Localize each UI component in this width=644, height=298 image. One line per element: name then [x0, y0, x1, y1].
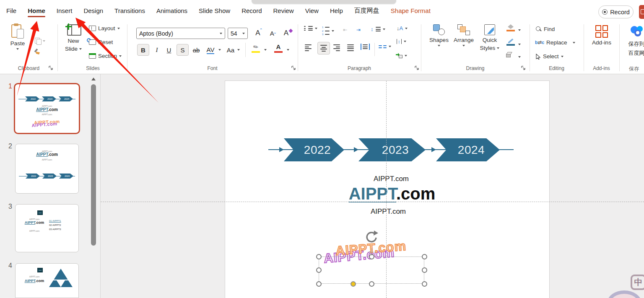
underline-button[interactable]: U — [164, 44, 174, 56]
align-text-button[interactable]: ↕ — [397, 39, 406, 44]
convert-smartart-button[interactable] — [396, 53, 407, 58]
tab-slide-show[interactable]: Slide Show — [199, 7, 230, 14]
tab-record[interactable]: Record — [242, 7, 262, 14]
add-ins-button[interactable]: Add-ins — [589, 25, 615, 46]
cut-button[interactable]: ✂ — [34, 26, 40, 34]
justify-button[interactable] — [347, 44, 354, 51]
tab-file[interactable]: File — [6, 7, 16, 14]
chevron-down-icon[interactable] — [218, 49, 221, 51]
paste-button[interactable]: Paste — [7, 23, 29, 50]
line-spacing-button[interactable]: ↕ — [371, 26, 385, 32]
slide-2-number: 2 — [8, 143, 12, 150]
paragraph-dialog-launcher[interactable] — [414, 65, 420, 71]
align-left-button[interactable] — [305, 44, 312, 51]
strikethrough-button[interactable]: ab — [190, 44, 202, 56]
tab-review[interactable]: Review — [273, 7, 294, 14]
quick-styles-button[interactable]: Quick Styles — [478, 24, 501, 51]
rotate-handle[interactable] — [364, 230, 379, 246]
distribute-button[interactable] — [361, 44, 370, 50]
select-button[interactable]: Select — [536, 53, 564, 60]
change-case-button[interactable]: Aa — [225, 44, 236, 56]
italic-button[interactable]: I — [151, 44, 162, 56]
drawing-dialog-launcher[interactable] — [521, 65, 527, 71]
chevron-down-icon[interactable] — [237, 49, 240, 51]
tab-shape-format[interactable]: Shape Format — [391, 7, 431, 14]
selection-handle-ne[interactable] — [422, 254, 427, 259]
selection-handle-nw[interactable] — [316, 254, 322, 259]
floating-badge[interactable]: 中 — [631, 275, 644, 290]
horizontal-guide[interactable] — [101, 202, 644, 202]
numbering-button[interactable]: 1 2 3 — [322, 26, 334, 36]
copy-button[interactable] — [35, 38, 45, 44]
tab-baidu-netdisk[interactable]: 百度网盘 — [354, 7, 379, 15]
align-center-button[interactable] — [317, 42, 330, 54]
tab-transitions[interactable]: Transitions — [114, 7, 145, 14]
decrease-font-size-button[interactable]: A — [267, 27, 279, 39]
group-separator — [421, 24, 421, 71]
arrange-button[interactable]: Arrange — [452, 24, 475, 47]
character-spacing-button[interactable]: AV — [204, 44, 217, 56]
text-shadow-button[interactable]: S — [177, 44, 189, 56]
adjustment-handle[interactable] — [351, 281, 356, 287]
font-color-letter: A — [276, 43, 281, 50]
slide-thumbnail-3[interactable]: AIPPT.com AIPPT.com AIPPT.com 01 AIPPT1 … — [15, 204, 79, 252]
record-button[interactable]: Record — [598, 5, 634, 18]
slide-caption-top[interactable]: AIPPT.com — [341, 175, 441, 183]
baidu-save-button[interactable]: 保存到 百度网 — [625, 24, 644, 57]
chevron-down-icon[interactable] — [518, 44, 521, 45]
tab-design[interactable]: Design — [83, 7, 103, 14]
increase-font-size-button[interactable]: A — [252, 27, 265, 39]
decrease-indent-button[interactable]: ⇤ — [343, 27, 347, 33]
shape-fill-button[interactable] — [506, 24, 516, 31]
layout-button[interactable]: Layout — [89, 25, 120, 31]
clear-formatting-button[interactable]: A — [282, 27, 294, 39]
tab-view[interactable]: View — [305, 7, 319, 14]
replace-button[interactable]: b⇄c Replace — [535, 39, 575, 46]
text-direction-button[interactable]: ↓A — [397, 25, 408, 31]
selection-handle-se[interactable] — [422, 281, 427, 287]
tab-animations[interactable]: Animations — [156, 7, 187, 14]
format-painter-button[interactable] — [34, 49, 41, 55]
tab-help[interactable]: Help — [330, 7, 343, 14]
selection-box[interactable] — [319, 257, 424, 284]
font-color-button[interactable]: A — [273, 43, 283, 53]
font-name-combo[interactable]: Aptos (Body) — [136, 28, 225, 39]
reset-button[interactable]: Reset — [89, 39, 113, 45]
chevron-down-icon[interactable] — [518, 29, 521, 31]
chevron-down-icon[interactable] — [264, 49, 267, 51]
new-slide-button[interactable]: New Slide — [61, 23, 86, 52]
selection-handle-sw[interactable] — [316, 281, 322, 287]
tab-home[interactable]: Home — [28, 7, 45, 14]
chevron-down-icon[interactable] — [287, 49, 289, 51]
font-size-combo[interactable]: 54 — [228, 28, 248, 39]
scroll-up-icon[interactable] — [91, 78, 96, 80]
shape-effects-button[interactable] — [506, 52, 512, 58]
scrollbar-thumb[interactable] — [91, 84, 96, 246]
selection-handle-e[interactable] — [422, 267, 427, 273]
align-right-button[interactable] — [333, 44, 340, 51]
slide-brand-title[interactable]: AIPPT.com — [331, 184, 453, 203]
tab-insert[interactable]: Insert — [57, 7, 73, 14]
rotate-icon — [364, 230, 379, 245]
slide-thumbnail-1[interactable]: 2022 2023 2024 AIPPT.com AIPPT.com AIPPT… — [14, 83, 80, 134]
find-button[interactable]: Find — [536, 26, 555, 32]
bold-button[interactable]: B — [137, 44, 149, 56]
selection-handle-w[interactable] — [316, 267, 322, 273]
baidu-save-label-1: 保存到 — [628, 40, 644, 48]
bullets-button[interactable] — [304, 26, 317, 31]
text-highlight-button[interactable]: ✎ — [251, 44, 261, 53]
slide-thumbnail-4[interactable]: AIPPT.com AIPPT.com — [15, 263, 79, 298]
panel-scrollbar[interactable] — [90, 77, 97, 298]
slide-thumbnail-2[interactable]: AIPPT.com AIPPT.com AIPPT.com 2022 2023 … — [15, 144, 79, 194]
columns-button[interactable] — [379, 45, 391, 48]
shape-outline-button[interactable] — [506, 39, 516, 46]
chevron-down-icon[interactable] — [518, 56, 521, 58]
shapes-button[interactable]: Shapes — [428, 24, 449, 47]
slide-caption-bottom[interactable]: AIPPT.com — [338, 207, 439, 216]
selection-handle-s[interactable] — [369, 281, 374, 287]
clipboard-dialog-launcher[interactable] — [48, 65, 54, 71]
section-button[interactable]: Section — [89, 53, 122, 59]
present-button-partial[interactable] — [639, 5, 644, 19]
font-dialog-launcher[interactable] — [291, 65, 297, 71]
increase-indent-button[interactable]: ⇥ — [356, 27, 361, 33]
